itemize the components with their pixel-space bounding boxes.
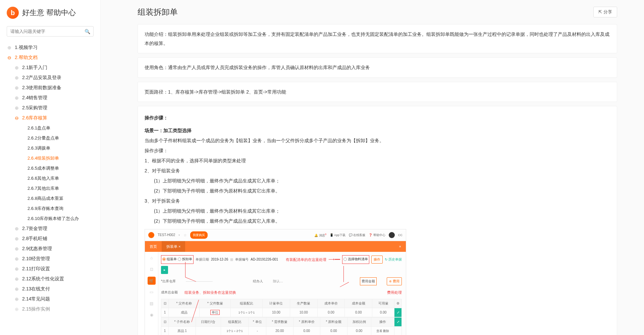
nav-label: 2.帮助文档	[15, 55, 38, 61]
nav-label: 2.4销售管理	[22, 95, 47, 101]
nav-label: 2.6.3调拨单	[28, 145, 50, 151]
logo-text: 好生意 帮助中心	[22, 8, 76, 18]
nav-2-10[interactable]: 2.10经营管理	[7, 254, 94, 264]
nav-label: 1.视频学习	[15, 45, 38, 51]
nav-2-9[interactable]: 2.9优惠券管理	[7, 244, 94, 254]
nav-2-6-6[interactable]: 2.6.6其他入库单	[7, 173, 94, 183]
nav-2-2[interactable]: 2.2产品安装及登录	[7, 73, 94, 83]
annotation-line	[185, 262, 185, 277]
plus-icon	[14, 226, 19, 231]
path-text: 页面路径：1、库存核算->库存管理->组装拆卸单 2、首页->常用功能	[145, 89, 286, 95]
embed-annot-top: 有装配清单的在这里处理	[286, 256, 326, 263]
embed-nav-icon: ▭	[148, 288, 156, 296]
plus-icon	[14, 306, 19, 312]
embed-tab-home: 首页	[145, 241, 162, 252]
search-input[interactable]	[7, 26, 94, 37]
nav-2-11[interactable]: 2.11打印设置	[7, 264, 94, 274]
embed-bill-label: 单据编号	[235, 256, 249, 263]
share-icon: ⇱	[598, 9, 602, 14]
page-header: 组装拆卸单 ⇱ 分享	[138, 7, 617, 17]
nav-2-7[interactable]: 2.7资金管理	[7, 224, 94, 234]
nav-help-docs[interactable]: 2.帮助文档	[7, 53, 94, 63]
nav-2-6-3[interactable]: 2.6.3调拨单	[7, 143, 94, 153]
nav-label: 2.6.8商品成本重算	[28, 196, 63, 202]
role-card: 使用角色：通常由生产人员或库管人员完成拆装业务的操作，库管人员确认原材料的出库和…	[138, 57, 617, 78]
scene-heading: 场景一：加工类型选择	[145, 126, 610, 135]
nav-label: 2.6.6其他入库单	[28, 175, 59, 181]
role-text: 使用角色：通常由生产人员或库管人员完成拆装业务的操作，库管人员确认原材料的出库和…	[145, 65, 370, 70]
content-card: 操作步骤： 场景一：加工类型选择 当由多个子件材料组装成一个成品的业务为【组装】…	[138, 106, 617, 335]
embed-radio-disassembly: 拆卸单	[178, 256, 192, 263]
plus-icon	[14, 286, 19, 292]
nav-label: 2.5采购管理	[22, 105, 47, 111]
step-3a: (1）上部明细为父件明细，最终作为原材料生成其它出库单；	[145, 206, 610, 216]
embed-avatar	[389, 232, 395, 238]
nav-label: 2.6.4组装拆卸单	[28, 155, 59, 161]
embed-buy-btn: 我要购买	[190, 231, 208, 239]
embed-nav-home-icon: ⌂	[148, 254, 156, 262]
nav-2-6-10[interactable]: 2.6.10库存账本错了怎么办	[7, 214, 94, 224]
nav-2-6-7[interactable]: 2.6.7其他出库单	[7, 183, 94, 193]
embed-op-btn: 操作	[371, 256, 383, 264]
nav-label: 2.6.9库存账本查询	[28, 206, 63, 212]
nav-2-1[interactable]: 2.1新手入门	[7, 63, 94, 73]
embed-bill-val: AD-20191226-001	[251, 256, 278, 263]
scene-desc: 当由多个子件材料组装成一个成品的业务为【组装】业务，当由一个父件拆分成多个子产品…	[145, 136, 610, 145]
nav-2-5[interactable]: 2.5采购管理	[7, 103, 94, 113]
nav-label: 2.10经营管理	[22, 256, 50, 262]
nav-label: 2.6.5成本调整单	[28, 165, 59, 171]
step-2b: (2）下部明细为子件明细，最终作为原材料生成其它出库单。	[145, 186, 610, 196]
embed-topbar: TEST-H002 ▾ ☆ 我要购买 🔔 消息0 📱 App下载 💬 在线客服 …	[145, 229, 406, 241]
embed-options-row: 组装单 拆卸单 单据日期 2019-12-26 ▦ 单据编号 AD-201912…	[161, 255, 402, 274]
minus-icon	[7, 55, 12, 60]
nav-2-13[interactable]: 2.13在线支付	[7, 284, 94, 294]
nav-label: 2.2产品安装及登录	[22, 75, 61, 81]
plus-icon	[14, 105, 19, 111]
embed-msg: 🔔 消息0	[314, 232, 326, 238]
embed-title: TEST-H002	[158, 232, 175, 238]
nav-2-6-2[interactable]: 2.6.2分量盘点单	[7, 133, 94, 143]
embed-body: ⌂ ⊡ 🛒 ▭ ▤ ◉ 组装单 拆卸单 单据日期 2019-12-26	[145, 252, 406, 335]
embed-operator-label: 经办人	[253, 278, 263, 285]
nav-2-6[interactable]: 2.6库存核算	[7, 113, 94, 123]
nav-label: 2.7资金管理	[22, 226, 47, 232]
embed-help: ❓ 帮助中心	[369, 232, 385, 238]
embed-nav-icon: ◉	[148, 311, 156, 319]
share-button[interactable]: ⇱ 分享	[593, 7, 617, 17]
embed-date-label: 单据日期	[196, 256, 209, 263]
nav-2-6-9[interactable]: 2.6.9库存账本查询	[7, 204, 94, 214]
nav-2-6-1[interactable]: 2.6.1盘点单	[7, 123, 94, 133]
nav-2-6-4[interactable]: 2.6.4组装拆卸单	[7, 153, 94, 163]
nav-label: 2.6.10库存账本错了怎么办	[28, 216, 79, 222]
embed-store-label: *出库仓库	[161, 278, 176, 285]
embed-tabs: 首页 拆装单 × ×	[145, 241, 406, 252]
share-label: 分享	[603, 9, 612, 14]
plus-icon	[14, 276, 19, 282]
nav-2-3[interactable]: 2.3使用前数据准备	[7, 83, 94, 93]
embed-parent-table: ⊡ * 父件名称 * 父件数量 组装配比 计量单位 生产数量 成本单价 成本金额…	[161, 299, 402, 317]
nav-2-8[interactable]: 2.8手机旺铺	[7, 234, 94, 244]
nav-label: 2.14常见问题	[22, 296, 50, 302]
embed-picklist-box: 选择物料清单	[342, 255, 369, 264]
plus-icon	[14, 236, 19, 241]
nav-2-15[interactable]: 2.15操作实例	[7, 304, 94, 314]
nav-2-6-5[interactable]: 2.6.5成本调整单	[7, 163, 94, 173]
nav-label: 2.1新手入门	[22, 65, 47, 71]
annotation-line	[343, 266, 344, 282]
plus-icon	[14, 246, 19, 252]
intro-card: 功能介绍：组装拆卸单用来处理企业组装或拆卸等加工业务，支持有固定装配清单的产品加…	[138, 24, 617, 53]
embed-fee-btn: ⊕ 费用	[387, 277, 402, 285]
nav-2-12[interactable]: 2.12系统个性化设置	[7, 274, 94, 284]
nav-video-learning[interactable]: 1.视频学习	[7, 43, 94, 53]
page-title: 组装拆卸单	[138, 7, 178, 17]
nav-2-14[interactable]: 2.14常见问题	[7, 294, 94, 304]
search-icon[interactable]: 🔍	[85, 29, 90, 34]
nav-2-6-8[interactable]: 2.6.8商品成本重算	[7, 193, 94, 204]
main-content: 组装拆卸单 ⇱ 分享 功能介绍：组装拆卸单用来处理企业组装或拆卸等加工业务，支持…	[101, 0, 644, 335]
embed-type-box: 组装单 拆卸单	[161, 255, 194, 264]
embed-user: CC	[398, 232, 402, 238]
embed-tab-assembly: 拆装单 ×	[162, 241, 185, 252]
nav-2-4[interactable]: 2.4销售管理	[7, 93, 94, 103]
arrow-icon: ⟶━━	[328, 255, 340, 264]
plus-icon	[14, 266, 19, 272]
